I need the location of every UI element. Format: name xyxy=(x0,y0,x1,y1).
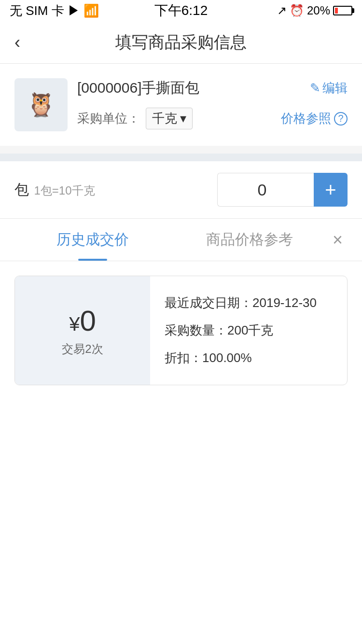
price-summary: ¥0 交易2次 xyxy=(15,276,150,385)
status-signal: 无 SIM 卡 ▶ 📶 xyxy=(10,2,99,19)
tabs-close-button[interactable]: × xyxy=(328,226,348,253)
unit-label-group: 采购单位： 千克 ▾ xyxy=(77,108,193,129)
unit-label: 采购单位： xyxy=(77,111,140,126)
product-title: 手撕面包 xyxy=(141,80,199,96)
price-card-area: ¥0 交易2次 最近成交日期：2019-12-30 采购数量：200千克 折扣：… xyxy=(0,261,362,400)
product-image: 🦉 xyxy=(14,78,68,131)
edit-icon: ✎ xyxy=(310,81,320,96)
unit-value: 千克 xyxy=(152,110,177,127)
product-name-row: [0000006]手撕面包 ✎ 编辑 xyxy=(77,78,348,98)
quantity-input[interactable] xyxy=(217,173,314,207)
unit-badge: 包 xyxy=(14,182,29,197)
quantity-row: 包 1包=10千克 + xyxy=(0,161,362,218)
unit-badge-group: 包 1包=10千克 xyxy=(14,180,95,200)
back-button[interactable]: ‹ xyxy=(10,28,25,57)
product-name: [0000006]手撕面包 xyxy=(77,78,199,98)
nav-header: ‹ 填写商品采购信息 xyxy=(0,21,362,64)
quantity-input-group: + xyxy=(217,173,348,207)
discount-value: 100.00% xyxy=(202,350,252,365)
quantity-label: 采购数量： xyxy=(165,323,227,337)
tab-price-ref-label: 商品价格参考 xyxy=(206,230,293,250)
discount-label: 折扣： xyxy=(165,350,202,365)
price-number: 0 xyxy=(80,305,96,337)
edit-label: 编辑 xyxy=(322,80,348,97)
unit-hint: 1包=10千克 xyxy=(34,184,95,197)
unit-row: 采购单位： 千克 ▾ 价格参照 ? xyxy=(77,108,348,129)
status-right-group: ↗ ⏰ 20% xyxy=(277,4,352,17)
product-section: 🦉 [0000006]手撕面包 ✎ 编辑 采购单位： 千克 ▾ 价格参照 xyxy=(0,64,362,146)
section-divider xyxy=(0,154,362,161)
tab-active-indicator xyxy=(78,259,107,261)
status-bar: 无 SIM 卡 ▶ 📶 下午6:12 ↗ ⏰ 20% xyxy=(0,0,362,21)
quantity-row-detail: 采购数量：200千克 xyxy=(165,321,333,340)
product-info: [0000006]手撕面包 ✎ 编辑 采购单位： 千克 ▾ 价格参照 ? xyxy=(77,78,348,129)
price-details: 最近成交日期：2019-12-30 采购数量：200千克 折扣：100.00% xyxy=(150,276,347,385)
status-time: 下午6:12 xyxy=(154,1,208,20)
product-id: [0000006] xyxy=(77,80,141,96)
price-card: ¥0 交易2次 最近成交日期：2019-12-30 采购数量：200千克 折扣：… xyxy=(14,276,348,385)
recent-date-row: 最近成交日期：2019-12-30 xyxy=(165,294,333,312)
trade-count: 交易2次 xyxy=(62,341,103,357)
help-icon: ? xyxy=(334,112,348,126)
battery-icon xyxy=(333,6,352,15)
price-display: ¥0 xyxy=(69,304,96,337)
tabs-section: 历史成交价 商品价格参考 × ¥0 交易2次 最近成交日期：2019-12-30… xyxy=(0,218,362,644)
unit-select[interactable]: 千克 ▾ xyxy=(146,108,193,129)
discount-row: 折扣：100.00% xyxy=(165,349,333,367)
location-icon: ↗ xyxy=(277,4,287,17)
alarm-icon: ⏰ xyxy=(290,4,304,17)
edit-button[interactable]: ✎ 编辑 xyxy=(310,80,348,97)
recent-date-value: 2019-12-30 xyxy=(252,295,317,310)
battery-percent: 20% xyxy=(307,4,330,17)
price-ref-button[interactable]: 价格参照 ? xyxy=(281,110,348,127)
chevron-down-icon: ▾ xyxy=(180,111,186,126)
quantity-value: 200千克 xyxy=(227,323,273,337)
product-thumbnail-icon: 🦉 xyxy=(27,91,56,118)
tab-history-price[interactable]: 历史成交价 xyxy=(14,219,171,261)
tabs-header: 历史成交价 商品价格参考 × xyxy=(0,219,362,261)
price-ref-label: 价格参照 xyxy=(281,110,331,127)
tab-history-label: 历史成交价 xyxy=(56,230,129,250)
content-body xyxy=(0,400,362,644)
currency-symbol: ¥ xyxy=(69,313,80,335)
quantity-plus-button[interactable]: + xyxy=(314,173,348,207)
page-title: 填写商品采购信息 xyxy=(115,31,247,54)
tab-price-ref[interactable]: 商品价格参考 xyxy=(171,219,327,261)
recent-date-label: 最近成交日期： xyxy=(165,295,252,310)
